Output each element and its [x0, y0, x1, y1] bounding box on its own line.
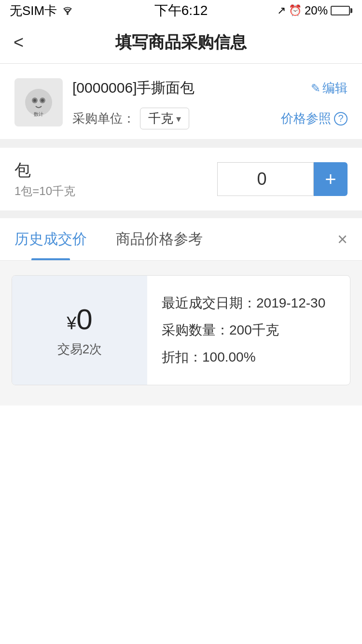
price-card-right: 最近成交日期：2019-12-30 采购数量：200千克 折扣：100.00%	[147, 276, 350, 385]
price-card: ¥0 交易2次 最近成交日期：2019-12-30 采购数量：200千克 折扣：…	[12, 275, 350, 385]
product-section: 数计 [0000006]手撕面包 ✎ 编辑 采购单位： 千克 ▾ 价格参照 ?	[0, 64, 362, 139]
status-bar: 无SIM卡 下午6:12 ↗ ⏰ 20%	[0, 0, 362, 21]
status-time: 下午6:12	[154, 1, 208, 20]
svg-text:数计: 数计	[34, 112, 43, 117]
discount-row: 折扣：100.00%	[162, 347, 335, 367]
carrier-text: 无SIM卡	[10, 2, 57, 19]
quantity-label: 包 1包=10千克	[14, 159, 75, 199]
product-info: [0000006]手撕面包 ✎ 编辑 采购单位： 千克 ▾ 价格参照 ?	[72, 78, 348, 129]
chevron-down-icon: ▾	[176, 113, 181, 125]
purchase-qty-row: 采购数量：200千克	[162, 320, 335, 340]
info-icon: ?	[334, 112, 348, 126]
svg-point-5	[41, 99, 44, 102]
status-right: ↗ ⏰ 20%	[277, 4, 352, 17]
price-amount: ¥0	[67, 303, 92, 336]
battery-icon	[331, 6, 352, 15]
price-transactions: 交易2次	[57, 341, 102, 358]
page-title: 填写商品采购信息	[115, 31, 247, 54]
product-unit-row: 采购单位： 千克 ▾ 价格参照 ?	[72, 108, 348, 129]
bottom-space	[0, 406, 362, 644]
unit-label: 采购单位： 千克 ▾	[72, 108, 189, 129]
alarm-icon: ⏰	[289, 4, 302, 17]
edit-icon: ✎	[311, 82, 320, 95]
tab-header: 历史成交价 商品价格参考 ×	[0, 218, 362, 261]
status-left: 无SIM卡	[10, 2, 74, 19]
tab-close-button[interactable]: ×	[337, 231, 348, 248]
quantity-input-area: +	[217, 162, 348, 196]
edit-button[interactable]: ✎ 编辑	[311, 80, 348, 97]
product-header: [0000006]手撕面包 ✎ 编辑	[72, 78, 348, 98]
svg-point-4	[33, 99, 36, 102]
quantity-section: 包 1包=10千克 +	[0, 148, 362, 210]
back-button[interactable]: <	[14, 32, 24, 53]
tab-history-price[interactable]: 历史成交价	[14, 218, 87, 260]
section-divider	[0, 139, 362, 147]
section-divider-2	[0, 210, 362, 218]
tab-panel: 历史成交价 商品价格参考 × ¥0 交易2次 最近成交日期：2019-12-30…	[0, 218, 362, 406]
unit-select[interactable]: 千克 ▾	[140, 108, 189, 129]
quantity-plus-button[interactable]: +	[314, 162, 348, 196]
price-card-left: ¥0 交易2次	[12, 276, 147, 385]
price-reference-button[interactable]: 价格参照 ?	[281, 110, 348, 127]
tab-price-reference[interactable]: 商品价格参考	[116, 218, 203, 260]
svg-point-0	[67, 13, 69, 15]
quantity-input[interactable]	[217, 162, 314, 196]
recent-date-row: 最近成交日期：2019-12-30	[162, 293, 335, 313]
nav-bar: < 填写商品采购信息	[0, 21, 362, 64]
product-name: [0000006]手撕面包	[72, 78, 195, 98]
wifi-icon	[61, 3, 74, 18]
tab-content: ¥0 交易2次 最近成交日期：2019-12-30 采购数量：200千克 折扣：…	[0, 261, 362, 406]
tab-items: 历史成交价 商品价格参考	[14, 218, 203, 260]
tab-active-underline	[31, 258, 70, 260]
product-thumbnail: 数计	[14, 78, 63, 126]
location-icon: ↗	[277, 4, 286, 17]
battery-percent: 20%	[305, 4, 328, 17]
